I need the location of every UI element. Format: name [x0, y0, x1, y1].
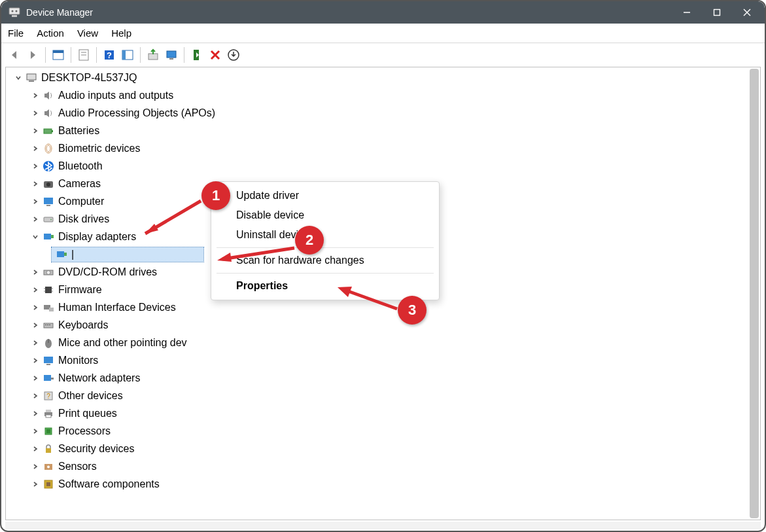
menu-help[interactable]: Help [111, 27, 131, 39]
ctx-disable-device[interactable]: Disable device [211, 205, 439, 225]
uninstall-device-button[interactable] [224, 46, 243, 64]
ctx-scan-hardware[interactable]: Scan for hardware changes [211, 251, 439, 270]
tree-label: Other devices [58, 390, 123, 402]
tree-label: Display adapters [58, 231, 136, 243]
scrollbar-thumb[interactable] [750, 69, 759, 518]
tree-item-software[interactable]: Software components [7, 475, 748, 493]
tree-item-print[interactable]: Print queues [7, 404, 748, 422]
svg-rect-38 [57, 251, 64, 257]
tree-label: Software components [58, 478, 160, 490]
scan-hardware-button[interactable] [162, 46, 181, 64]
display-adapter-icon [41, 230, 56, 243]
tree-item-apo[interactable]: Audio Processing Objects (APOs) [7, 104, 748, 122]
show-hide-tree-button[interactable] [49, 46, 67, 64]
chevron-right-icon[interactable] [29, 181, 41, 187]
chip-icon [41, 283, 56, 296]
tree-label: Audio inputs and outputs [58, 90, 173, 101]
disable-device-button[interactable] [206, 46, 224, 64]
ctx-properties[interactable]: Properties [211, 276, 439, 296]
chevron-right-icon[interactable] [29, 463, 41, 470]
tree-label: Print queues [58, 408, 117, 419]
tree-label: Mice and other pointing dev [58, 337, 187, 349]
svg-rect-32 [44, 198, 53, 204]
chevron-right-icon[interactable] [29, 304, 41, 311]
tree-item-hid[interactable]: Human Interface Devices [7, 298, 748, 316]
chevron-right-icon[interactable] [29, 357, 41, 364]
svg-rect-1 [12, 15, 17, 17]
forward-button[interactable] [24, 46, 42, 64]
chevron-right-icon[interactable] [29, 163, 41, 169]
close-button[interactable] [732, 1, 762, 24]
chevron-right-icon[interactable] [29, 428, 41, 434]
chevron-right-icon[interactable] [29, 92, 41, 99]
svg-rect-56 [46, 364, 50, 365]
menu-view[interactable]: View [77, 27, 98, 39]
sensor-icon [41, 460, 56, 473]
tree-item-mice[interactable]: Mice and other pointing dev [7, 334, 748, 351]
mouse-icon [41, 336, 56, 349]
chevron-right-icon[interactable] [29, 481, 41, 488]
chevron-right-icon[interactable] [29, 446, 41, 452]
scrollbar[interactable] [750, 69, 759, 518]
view-details-button[interactable] [118, 46, 137, 64]
ctx-uninstall-device[interactable]: Uninstall device [211, 225, 439, 245]
chevron-right-icon[interactable] [29, 410, 41, 417]
chevron-down-icon[interactable] [29, 234, 41, 240]
cpu-icon [41, 425, 56, 438]
chevron-down-icon[interactable] [12, 75, 24, 81]
chevron-right-icon[interactable] [29, 393, 41, 399]
tree-item-keyboards[interactable]: Keyboards [7, 316, 748, 334]
chevron-right-icon[interactable] [29, 340, 41, 346]
tree-item-network[interactable]: Network adapters [7, 369, 748, 387]
update-driver-button[interactable] [144, 46, 162, 64]
tree-label: Security devices [58, 443, 135, 455]
svg-point-31 [46, 183, 50, 186]
tree-item-security[interactable]: Security devices [7, 440, 748, 457]
tree-item-batteries[interactable]: Batteries [7, 122, 748, 139]
tree-item-biometric[interactable]: Biometric devices [7, 139, 748, 157]
tree-item-sensors[interactable]: Sensors [7, 457, 748, 475]
hid-icon [41, 301, 56, 314]
tree-item-audio-io[interactable]: Audio inputs and outputs [7, 86, 748, 104]
menu-action[interactable]: Action [37, 27, 64, 39]
menu-file[interactable]: File [8, 27, 24, 39]
chevron-right-icon[interactable] [29, 375, 41, 381]
back-button[interactable] [5, 46, 24, 64]
minimize-button[interactable] [672, 1, 702, 24]
tree-label: Human Interface Devices [58, 302, 176, 313]
svg-rect-18 [167, 51, 176, 58]
svg-rect-69 [46, 482, 50, 486]
ctx-separator [217, 273, 434, 274]
toolbar: ? [1, 43, 765, 67]
svg-rect-57 [44, 375, 51, 381]
svg-point-41 [46, 270, 50, 274]
svg-rect-16 [122, 50, 126, 60]
ctx-update-driver[interactable]: Update driver [211, 186, 439, 205]
tree-root[interactable]: DESKTOP-4L537JQ [7, 69, 748, 86]
tree-label: Cameras [58, 178, 101, 190]
dvd-icon [41, 266, 56, 279]
tree-label: Firmware [58, 284, 102, 296]
tree-item-monitors[interactable]: Monitors [7, 351, 748, 369]
chevron-right-icon[interactable] [29, 269, 41, 275]
chevron-right-icon[interactable] [29, 216, 41, 222]
chevron-right-icon[interactable] [29, 145, 41, 152]
svg-rect-9 [53, 50, 63, 53]
chevron-right-icon[interactable] [29, 198, 41, 205]
chevron-right-icon[interactable] [29, 110, 41, 116]
chevron-right-icon[interactable] [29, 322, 41, 328]
enable-device-button[interactable] [188, 46, 206, 64]
help-button[interactable]: ? [100, 46, 118, 64]
ctx-separator [217, 247, 434, 248]
tree-label: DESKTOP-4L537JQ [41, 72, 137, 84]
lock-icon [41, 442, 56, 455]
properties-button[interactable] [75, 46, 93, 64]
statusbar [5, 522, 761, 529]
chevron-right-icon[interactable] [29, 128, 41, 134]
tree-item-other[interactable]: ? Other devices [7, 387, 748, 404]
tree-item-processors[interactable]: Processors [7, 422, 748, 440]
maximize-button[interactable] [702, 1, 732, 24]
tree-label: DVD/CD-ROM drives [58, 266, 157, 278]
chevron-right-icon[interactable] [29, 287, 41, 293]
tree-item-bluetooth[interactable]: Bluetooth [7, 157, 748, 175]
